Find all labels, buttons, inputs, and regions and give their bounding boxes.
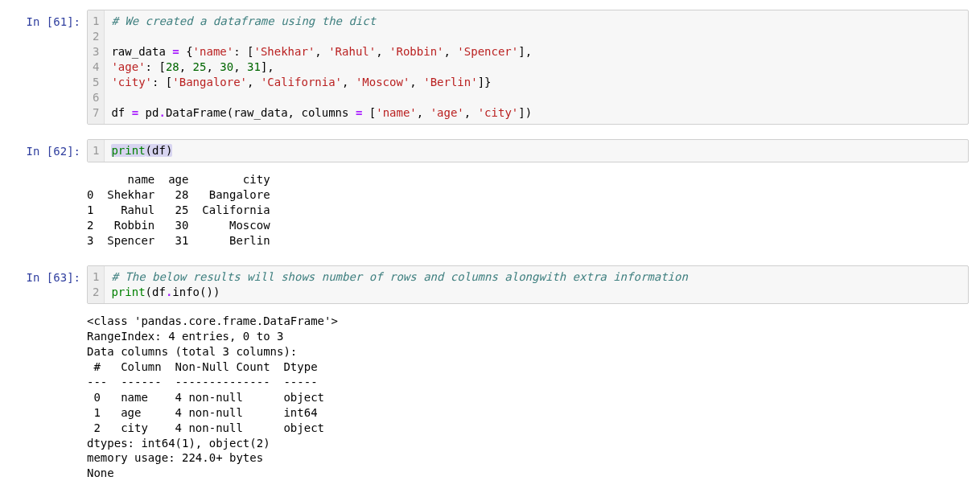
code-token: DataFrame(raw_data, columns <box>166 106 356 119</box>
code-token: , <box>247 76 261 88</box>
code-line[interactable]: print(df) <box>111 143 961 158</box>
code-token: , <box>342 76 356 88</box>
code-cell: In [61]:1234567# We created a dataframe … <box>11 10 969 125</box>
code-line[interactable]: raw_data = {'name': ['Shekhar', 'Rahul',… <box>111 44 961 60</box>
code-line[interactable] <box>111 29 961 44</box>
code-token: ]) <box>518 106 532 119</box>
code-token: , <box>315 45 328 58</box>
input-prompt: In [63]: <box>11 265 87 286</box>
code-token: # The below results will shows number of… <box>111 270 687 283</box>
code-input-area[interactable]: 12# The below results will shows number … <box>87 265 969 304</box>
line-gutter: 12 <box>88 266 105 303</box>
code-token: { <box>179 45 193 58</box>
line-gutter: 1234567 <box>88 10 105 124</box>
code-token: # We created a dataframe using the dict <box>111 14 376 27</box>
code-token: 'Bangalore' <box>172 76 247 88</box>
code-token: , <box>179 60 193 73</box>
code-token: 31 <box>247 60 261 73</box>
input-prompt: In [61]: <box>11 10 87 30</box>
output-cell: name age city 0 Shekhar 28 Bangalore 1 R… <box>11 169 969 251</box>
code-line[interactable]: print(df.info()) <box>111 285 961 300</box>
output-cell: <class 'pandas.core.frame.DataFrame'> Ra… <box>11 310 969 484</box>
code-token: 'Spencer' <box>457 45 518 58</box>
stdout-text: <class 'pandas.core.frame.DataFrame'> Ra… <box>80 310 969 484</box>
code-text[interactable]: # We created a dataframe using the dict … <box>105 10 968 124</box>
code-token: 'city' <box>478 106 519 119</box>
code-token: raw_data <box>111 45 172 58</box>
code-token: , <box>464 106 478 119</box>
code-cell: In [63]:12# The below results will shows… <box>11 265 969 304</box>
code-token: ], <box>518 45 532 58</box>
code-token: 'city' <box>111 76 152 88</box>
code-line[interactable]: # We created a dataframe using the dict <box>111 14 961 29</box>
code-token: = <box>172 45 179 58</box>
code-line[interactable]: 'city': ['Bangalore', 'California', 'Mos… <box>111 75 961 90</box>
code-line[interactable]: df = pd.DataFrame(raw_data, columns = ['… <box>111 105 961 121</box>
code-cell: In [62]:1print(df) <box>11 139 969 162</box>
notebook: In [61]:1234567# We created a dataframe … <box>0 0 980 493</box>
code-token: 'Rahul' <box>328 45 376 58</box>
stdout-text: name age city 0 Shekhar 28 Bangalore 1 R… <box>80 169 969 251</box>
code-input-area[interactable]: 1234567# We created a dataframe using th… <box>87 10 969 125</box>
code-token: 'age' <box>111 60 145 73</box>
code-input-area[interactable]: 1print(df) <box>87 139 969 162</box>
code-token: 28 <box>166 60 179 73</box>
code-token: : [ <box>152 76 172 88</box>
code-token: 'name' <box>193 45 234 58</box>
code-token: : [ <box>233 45 253 58</box>
code-line[interactable]: # The below results will shows number of… <box>111 269 961 285</box>
code-token: info()) <box>172 286 220 298</box>
code-token: df <box>111 106 131 119</box>
code-token: 30 <box>220 60 233 73</box>
code-token: ]} <box>478 76 492 88</box>
code-token: 'name' <box>376 106 417 119</box>
code-token: 'Shekhar' <box>253 45 315 58</box>
code-token: 25 <box>193 60 207 73</box>
line-gutter: 1 <box>88 140 105 162</box>
code-token: , <box>206 60 220 73</box>
code-token: : [ <box>146 60 166 73</box>
code-token: [ <box>362 106 376 119</box>
code-token: pd <box>138 106 159 119</box>
code-token: , <box>376 45 389 58</box>
code-token: 'Moscow' <box>356 76 410 88</box>
code-token: (df <box>146 286 166 298</box>
code-token: 'Berlin' <box>423 76 477 88</box>
code-text[interactable]: print(df) <box>105 140 968 162</box>
code-token: , <box>417 106 430 119</box>
code-token: 'age' <box>430 106 464 119</box>
input-prompt: In [62]: <box>11 139 87 159</box>
code-token: , <box>233 60 247 73</box>
code-token: 'Robbin' <box>389 45 443 58</box>
code-token: , <box>410 76 423 88</box>
code-token: ], <box>261 60 274 73</box>
code-token: print <box>111 144 145 157</box>
code-line[interactable] <box>111 90 961 105</box>
code-token: = <box>132 106 138 119</box>
code-token: . <box>159 106 165 119</box>
code-token: , <box>444 45 458 58</box>
code-token: 'California' <box>261 76 342 88</box>
code-token: print <box>111 286 145 298</box>
code-token: (df) <box>146 144 173 157</box>
code-line[interactable]: 'age': [28, 25, 30, 31], <box>111 60 961 75</box>
code-text[interactable]: # The below results will shows number of… <box>105 266 968 303</box>
